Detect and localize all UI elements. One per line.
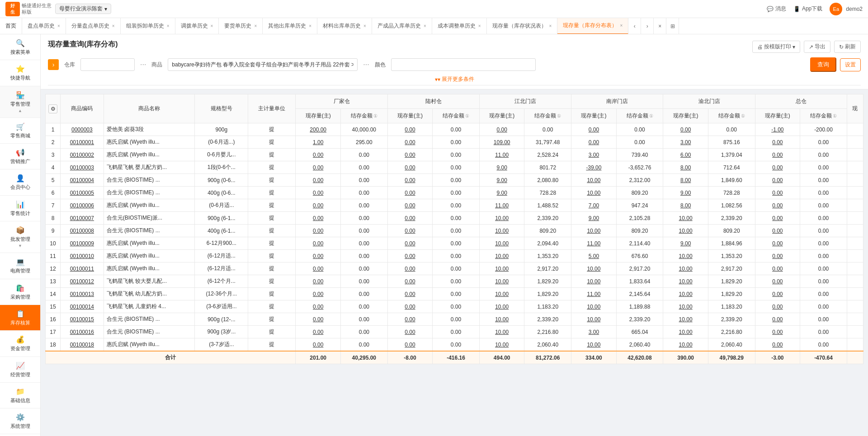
lucun-qty[interactable]: 0.00 [387,338,432,352]
total-qty[interactable]: 0.00 [755,199,800,212]
close-icon[interactable]: × [620,23,623,28]
factory-qty[interactable]: 0.00 [296,225,340,237]
product-code[interactable]: 00100003 [61,161,104,174]
factory-qty[interactable]: 0.00 [296,161,340,174]
export-button[interactable]: ↗ 导出 [804,41,830,53]
close-icon[interactable]: × [167,23,170,28]
nanan-qty[interactable]: 10.00 [571,313,616,326]
total-qty[interactable]: 0.00 [755,212,800,225]
lucun-qty[interactable]: 0.00 [387,288,432,300]
nanan-qty[interactable]: -39.00 [571,161,616,174]
tab-prev-btn[interactable]: ‹ [628,18,641,34]
info-icon[interactable]: ① [557,113,561,118]
sidebar-item-operations[interactable]: 📈 经营管理 [0,357,40,383]
yubei-qty[interactable]: 9.00 [663,187,708,199]
total-qty[interactable]: 0.00 [755,237,800,250]
sidebar-item-finance[interactable]: 💰 资金管理 [0,331,40,356]
yubei-qty[interactable]: 9.00 [663,237,708,250]
sidebar-item-member[interactable]: 👤 会员中心 [0,169,40,195]
total-qty[interactable]: 0.00 [755,250,800,263]
jiangbei-qty[interactable]: 10.00 [479,313,524,326]
factory-qty[interactable]: 0.00 [296,300,340,313]
message-link[interactable]: 💬 消息 [767,5,786,13]
nanan-qty[interactable]: 0.00 [571,123,616,136]
yubei-qty[interactable]: 10.00 [663,338,708,352]
lucun-qty[interactable]: 0.00 [387,263,432,275]
total-qty[interactable]: 0.00 [755,338,800,352]
sidebar-item-purchase[interactable]: 🛍️ 采购管理 [0,279,40,305]
yubei-qty[interactable]: 10.00 [663,313,708,326]
product-code[interactable]: 00100012 [61,275,104,288]
product-code[interactable]: 00100014 [61,300,104,313]
product-code[interactable]: 00100013 [61,288,104,300]
close-icon[interactable]: × [478,23,481,28]
factory-qty[interactable]: 0.00 [296,212,340,225]
yubei-qty[interactable]: 10.00 [663,250,708,263]
lucun-qty[interactable]: 0.00 [387,199,432,212]
tab-stock-dist[interactable]: 现存量（库存分布表）× [557,18,628,34]
jiangbei-qty[interactable]: 109.00 [479,136,524,149]
jiangbei-qty[interactable]: 10.00 [479,237,524,250]
sidebar-item-search[interactable]: 🔍 搜索英单 [0,34,40,60]
total-qty[interactable]: 0.00 [755,174,800,187]
close-icon[interactable]: × [211,23,213,28]
factory-qty[interactable]: 0.00 [296,250,340,263]
lucun-qty[interactable]: 0.00 [387,225,432,237]
factory-qty[interactable]: 0.00 [296,288,340,300]
lucun-qty[interactable]: 0.00 [387,237,432,250]
jiangbei-qty[interactable]: 11.00 [479,199,524,212]
product-code[interactable]: 00100010 [61,250,104,263]
tab-alloc[interactable]: 调拨单历史 × [175,18,219,34]
product-code[interactable]: 00100004 [61,174,104,187]
goods-dots[interactable]: ··· [363,61,369,69]
lucun-qty[interactable]: 0.00 [387,313,432,326]
total-qty[interactable]: 0.00 [755,161,800,174]
product-code[interactable]: 0000003 [61,123,104,136]
tab-product-in[interactable]: 产成品入库单历史 × [372,18,432,34]
factory-qty[interactable]: 0.00 [296,149,340,161]
app-download-link[interactable]: 📱 App下载 [793,5,822,13]
info-icon[interactable]: ① [465,113,469,118]
print-button[interactable]: 🖨 按模版打印 ▾ [752,41,800,53]
yubei-qty[interactable]: 10.00 [663,275,708,288]
nanan-qty[interactable]: 7.00 [571,199,616,212]
nanan-qty[interactable]: 11.00 [571,237,616,250]
factory-qty[interactable]: 0.00 [296,275,340,288]
jiangbei-qty[interactable]: 10.00 [479,212,524,225]
lucun-qty[interactable]: 0.00 [387,123,432,136]
nanan-qty[interactable]: 0.00 [571,136,616,149]
factory-qty[interactable]: 0.00 [296,313,340,326]
th-settings[interactable]: ⚙ [46,94,61,123]
factory-qty[interactable]: 0.00 [296,237,340,250]
tab-material-out[interactable]: 材料出库单历史 × [317,18,372,34]
yubei-qty[interactable]: 0.00 [663,123,708,136]
yubei-qty[interactable]: 8.00 [663,161,708,174]
product-code[interactable]: 00100009 [61,237,104,250]
refresh-button[interactable]: ↻ 刷新 [834,41,861,53]
sidebar-item-ecommerce[interactable]: 💻 电商管理 [0,253,40,279]
tab-inventory-count[interactable]: 盘点单历史 × [22,18,66,34]
jiangbei-qty[interactable]: 10.00 [479,225,524,237]
total-qty[interactable]: 0.00 [755,326,800,338]
yubei-qty[interactable]: 8.00 [663,174,708,187]
yubei-qty[interactable]: 3.00 [663,136,708,149]
info-icon[interactable]: ① [649,113,653,118]
yubei-qty[interactable]: 6.00 [663,149,708,161]
info-icon[interactable]: ① [833,113,837,118]
lucun-qty[interactable]: 0.00 [387,212,432,225]
jiangbei-qty[interactable]: 10.00 [479,326,524,338]
lucun-qty[interactable]: 0.00 [387,149,432,161]
jiangbei-qty[interactable]: 11.00 [479,149,524,161]
settings-button[interactable]: 设置 [840,58,861,71]
total-qty[interactable]: -1.00 [755,123,800,136]
product-code[interactable]: 00100011 [61,263,104,275]
nanan-qty[interactable]: 10.00 [571,300,616,313]
nanan-qty[interactable]: 10.00 [571,338,616,352]
close-icon[interactable]: × [112,23,115,28]
tab-home[interactable]: 首页 [0,18,22,34]
industry-selector[interactable]: 母婴行业演示陈套 ▾ [55,4,111,14]
total-qty[interactable]: 0.00 [755,187,800,199]
lucun-qty[interactable]: 0.00 [387,174,432,187]
factory-qty[interactable]: 0.00 [296,263,340,275]
sidebar-item-retail-mgmt[interactable]: 🏪 零售管理 ▲ [0,86,40,118]
